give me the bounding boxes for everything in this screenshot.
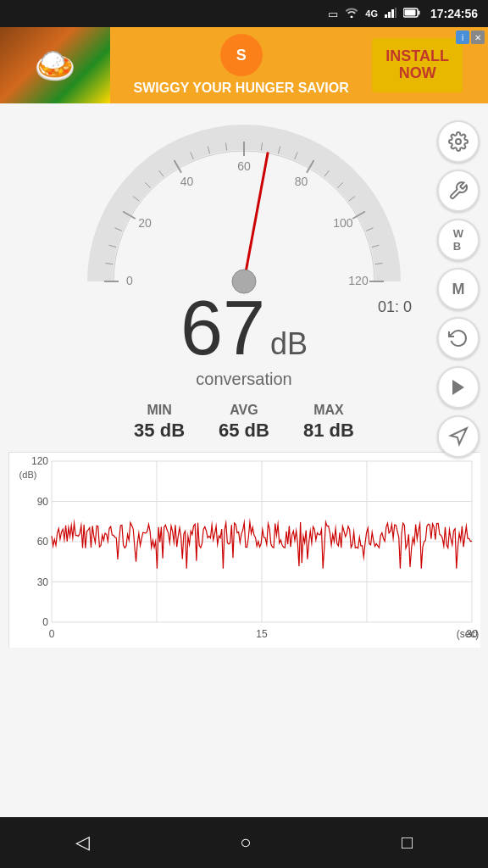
gauge-dial xyxy=(83,112,405,298)
ad-install-button[interactable]: INSTALLNOW xyxy=(372,38,463,92)
right-toolbar: WB M xyxy=(437,120,480,458)
swiggy-logo: S xyxy=(220,34,263,76)
sound-chart xyxy=(8,452,480,647)
back-button[interactable]: ◁ xyxy=(58,825,107,860)
sound-category-label: conversation xyxy=(196,370,291,389)
svg-marker-8 xyxy=(452,380,464,395)
battery-icon xyxy=(403,8,420,20)
phone-icon: ▭ xyxy=(328,8,338,20)
settings-button[interactable] xyxy=(437,120,480,163)
ad-banner: S SWIGGY YOUR HUNGER SAVIOR INSTALLNOW i… xyxy=(0,27,488,103)
avg-label: AVG xyxy=(230,403,258,418)
min-value: 35 dB xyxy=(134,420,185,442)
network-4g-icon: 4G xyxy=(365,8,378,19)
min-stat: MIN 35 dB xyxy=(134,403,185,442)
wifi-icon xyxy=(345,8,358,20)
svg-rect-1 xyxy=(388,12,391,18)
chart-section xyxy=(0,452,488,817)
ad-close-button[interactable]: ✕ xyxy=(471,31,485,44)
db-unit: dB xyxy=(270,326,308,362)
avg-stat: AVG 65 dB xyxy=(219,403,269,442)
reset-button[interactable] xyxy=(437,317,480,359)
timer: 01: 0 xyxy=(378,298,412,316)
svg-rect-2 xyxy=(391,9,394,18)
recent-button[interactable]: □ xyxy=(385,825,430,860)
stats-row: MIN 35 dB AVG 65 dB MAX 81 dB xyxy=(0,403,488,442)
svg-rect-5 xyxy=(418,10,419,14)
bottom-navigation: ◁ ○ □ xyxy=(0,817,488,868)
svg-point-7 xyxy=(456,139,461,144)
svg-rect-6 xyxy=(404,9,415,15)
status-time: 17:24:56 xyxy=(430,7,478,20)
ad-tagline: SWIGGY YOUR HUNGER SAVIOR xyxy=(134,80,349,96)
max-stat: MAX 81 dB xyxy=(303,403,354,442)
db-reading-row: 67 dB 01: 0 xyxy=(180,290,308,366)
wb-button[interactable]: WB xyxy=(437,219,480,261)
signal-icon xyxy=(385,8,396,20)
min-label: MIN xyxy=(147,403,171,418)
avg-value: 65 dB xyxy=(219,420,269,442)
svg-marker-9 xyxy=(451,428,467,444)
status-bar: ▭ 4G 17:24:56 xyxy=(0,0,488,27)
svg-rect-0 xyxy=(385,14,387,18)
reading-section: 67 dB 01: 0 conversation xyxy=(0,290,488,389)
ad-food-image xyxy=(0,27,110,103)
home-button[interactable]: ○ xyxy=(223,825,268,860)
app-main: WB M 67 dB xyxy=(0,103,488,817)
max-label: MAX xyxy=(313,403,344,418)
svg-rect-3 xyxy=(395,8,396,18)
db-value: 67 xyxy=(180,290,265,366)
tools-button[interactable] xyxy=(437,170,480,212)
mode-button[interactable]: M xyxy=(437,268,480,310)
play-button[interactable] xyxy=(437,366,480,409)
gauge-section xyxy=(0,103,488,298)
ad-info-icon[interactable]: i xyxy=(456,31,469,44)
ad-middle: S SWIGGY YOUR HUNGER SAVIOR xyxy=(110,27,372,103)
navigate-button[interactable] xyxy=(437,415,480,458)
max-value: 81 dB xyxy=(303,420,354,442)
